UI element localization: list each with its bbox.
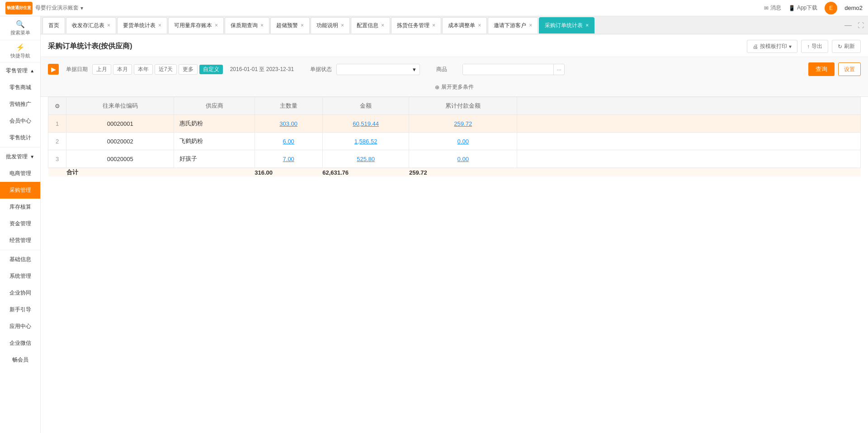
app-download-action[interactable]: 📱 App下载 bbox=[788, 4, 817, 12]
sidebar-item-retail-stats[interactable]: 零售统计 bbox=[0, 129, 40, 146]
sidebar-item-inventory[interactable]: 库存核算 bbox=[0, 199, 40, 215]
tab-overstock-close[interactable]: × bbox=[301, 22, 304, 29]
tab-collect-send-close[interactable]: × bbox=[107, 22, 110, 29]
tab-cost-adj-close[interactable]: × bbox=[478, 22, 481, 29]
sidebar-quicknav-label: 快捷导航 bbox=[2, 52, 38, 59]
goods-filter-label: 商品 bbox=[436, 66, 459, 73]
sidebar-item-app-center[interactable]: 应用中心 bbox=[0, 318, 40, 335]
tab-pick-task-close[interactable]: × bbox=[432, 22, 435, 29]
filter-date-col: 单据日期 上月 本月 本年 近7天 更多 自定义 bbox=[66, 64, 223, 75]
tab-cost-adj-label: 成本调整单 bbox=[448, 22, 475, 29]
tab-pick-task[interactable]: 拣货任务管理 × bbox=[391, 17, 441, 33]
query-button[interactable]: 查询 bbox=[808, 62, 835, 76]
sidebar-item-capital[interactable]: 资金管理 bbox=[0, 215, 40, 232]
filter-toggle-arrow[interactable]: ▶ bbox=[48, 64, 59, 75]
col-extra bbox=[517, 97, 861, 115]
tab-bar-minimize[interactable]: — bbox=[843, 20, 854, 31]
goods-search-more-icon[interactable]: ··· bbox=[553, 64, 564, 75]
tab-shelf-query-close[interactable]: × bbox=[260, 22, 264, 29]
tab-cost-adj[interactable]: 成本调整单 × bbox=[442, 17, 487, 33]
cell-paid-0[interactable]: 259.72 bbox=[409, 115, 517, 133]
logo-area: 畅捷通好生意 母婴行业演示账套 ▾ bbox=[5, 2, 83, 14]
tab-bar-maximize[interactable]: ⛶ bbox=[855, 20, 866, 31]
filter-goods-col: 商品 ··· bbox=[436, 64, 565, 75]
date-btn-this-year[interactable]: 本年 bbox=[134, 64, 153, 75]
expand-more-button[interactable]: ⊕ 展开更多条件 bbox=[435, 83, 474, 91]
goods-search-wrapper: ··· bbox=[462, 64, 565, 75]
print-button[interactable]: 🖨 按模板打印 ▾ bbox=[747, 40, 797, 53]
cell-paid-1[interactable]: 0.00 bbox=[409, 133, 517, 150]
footer-settings-cell bbox=[48, 168, 66, 176]
sidebar-quicknav[interactable]: ⚡ 快捷导航 bbox=[0, 40, 40, 62]
tab-config-info-close[interactable]: × bbox=[381, 22, 384, 29]
page-header-actions: 🖨 按模板打印 ▾ ↑ 导出 ↻ 刷新 bbox=[747, 40, 861, 53]
col-settings[interactable]: ⚙ bbox=[48, 97, 66, 115]
app-logo: 畅捷通好生意 bbox=[5, 2, 33, 14]
sidebar-search-label: 搜索菜单 bbox=[2, 29, 38, 36]
tab-func-desc-close[interactable]: × bbox=[341, 22, 344, 29]
filter-action-buttons: 查询 设置 bbox=[808, 62, 861, 76]
sidebar-item-enterprise[interactable]: 企业协同 bbox=[0, 285, 40, 301]
goods-search-input[interactable] bbox=[463, 64, 553, 74]
cell-qty-2[interactable]: 7.00 bbox=[255, 150, 322, 168]
tab-invite-downstream-close[interactable]: × bbox=[529, 22, 532, 29]
date-btn-this-month[interactable]: 本月 bbox=[113, 64, 132, 75]
tab-collect-send[interactable]: 收发存汇总表 × bbox=[66, 17, 116, 33]
settings-gear-icon: ⚙ bbox=[55, 103, 60, 109]
tab-purchase-order-stats-label: 采购订单统计表 bbox=[545, 22, 583, 29]
sidebar-item-vip[interactable]: 畅会员 bbox=[0, 352, 40, 368]
sidebar-item-retail-mgmt[interactable]: 零售管理 ▲ bbox=[0, 62, 40, 79]
cell-amount-2[interactable]: 525.80 bbox=[322, 150, 409, 168]
table-row: 3 00020005 好孩子 7.00 525.80 0.00 bbox=[48, 150, 861, 168]
sidebar-item-member[interactable]: 会员中心 bbox=[0, 113, 40, 129]
sidebar-divider-2 bbox=[0, 250, 40, 250]
cell-amount-1[interactable]: 1,586.52 bbox=[322, 133, 409, 150]
app-download-label: App下载 bbox=[797, 4, 817, 12]
message-label: 消息 bbox=[770, 4, 781, 12]
sidebar-item-operations[interactable]: 经营管理 bbox=[0, 232, 40, 249]
tab-invite-downstream[interactable]: 邀请下游客户 × bbox=[488, 17, 538, 33]
tab-purchase-order-stats[interactable]: 采购订单统计表 × bbox=[539, 17, 594, 33]
sidebar-item-system[interactable]: 系统管理 bbox=[0, 268, 40, 285]
refresh-button[interactable]: ↻ 刷新 bbox=[832, 40, 861, 53]
tab-overstock[interactable]: 超储预警 × bbox=[270, 17, 310, 33]
sidebar-item-enterprise-wechat[interactable]: 企业微信 bbox=[0, 335, 40, 352]
sidebar-item-wholesale[interactable]: 批发管理 ▼ bbox=[0, 148, 40, 165]
tab-goods-stats-close[interactable]: × bbox=[158, 22, 161, 29]
date-range-text: 2016-01-01 至 2023-12-31 bbox=[230, 66, 294, 72]
message-action[interactable]: ✉ 消息 bbox=[764, 4, 781, 12]
cell-qty-1[interactable]: 6.00 bbox=[255, 133, 322, 150]
date-btn-more[interactable]: 更多 bbox=[179, 64, 198, 75]
tab-collect-send-label: 收发存汇总表 bbox=[72, 22, 104, 29]
tab-home[interactable]: 首页 bbox=[42, 17, 65, 33]
message-icon: ✉ bbox=[764, 5, 769, 11]
user-avatar[interactable]: E bbox=[825, 2, 837, 14]
sidebar-search[interactable]: 🔍 搜索菜单 bbox=[0, 16, 40, 40]
sidebar-item-marketing[interactable]: 营销推广 bbox=[0, 96, 40, 113]
tab-config-info[interactable]: 配置信息 × bbox=[351, 17, 390, 33]
sidebar-item-ecommerce[interactable]: 电商管理 bbox=[0, 165, 40, 182]
export-button[interactable]: ↑ 导出 bbox=[801, 40, 828, 53]
settings-button[interactable]: 设置 bbox=[838, 62, 861, 76]
date-btn-7days[interactable]: 近7天 bbox=[155, 64, 177, 75]
tab-inventory-ledger-close[interactable]: × bbox=[215, 22, 218, 29]
tab-inventory-ledger[interactable]: 可用量库存账本 × bbox=[168, 17, 224, 33]
status-select[interactable]: ▾ bbox=[336, 64, 420, 75]
sidebar-divider-1 bbox=[0, 147, 40, 148]
workspace-selector[interactable]: 母婴行业演示账套 ▾ bbox=[35, 4, 83, 12]
tab-shelf-query[interactable]: 保质期查询 × bbox=[225, 17, 269, 33]
tab-func-desc[interactable]: 功能说明 × bbox=[311, 17, 350, 33]
cell-paid-2[interactable]: 0.00 bbox=[409, 150, 517, 168]
retail-mgmt-expand-icon: ▲ bbox=[30, 68, 34, 73]
cell-qty-0[interactable]: 303.00 bbox=[255, 115, 322, 133]
sidebar-item-retail-shop[interactable]: 零售商城 bbox=[0, 79, 40, 96]
tab-shelf-query-label: 保质期查询 bbox=[231, 22, 258, 29]
cell-amount-0[interactable]: 60,519.44 bbox=[322, 115, 409, 133]
sidebar-item-purchase[interactable]: 采购管理 bbox=[0, 182, 40, 199]
sidebar-item-new-guide[interactable]: 新手引导 bbox=[0, 301, 40, 318]
sidebar-item-basic-info[interactable]: 基础信息 bbox=[0, 251, 40, 268]
tab-bar: 首页 收发存汇总表 × 要货单统计表 × 可用量库存账本 × 保质期查询 × 超… bbox=[41, 16, 868, 34]
tab-goods-stats[interactable]: 要货单统计表 × bbox=[117, 17, 167, 33]
tab-purchase-order-stats-close[interactable]: × bbox=[585, 22, 589, 29]
date-btn-last-month[interactable]: 上月 bbox=[92, 64, 111, 75]
